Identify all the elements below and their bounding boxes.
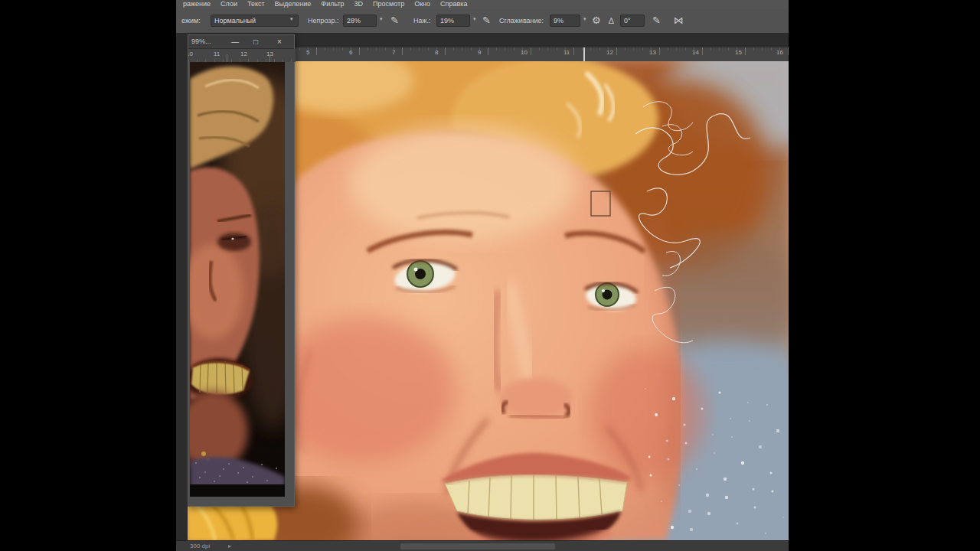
menu-item[interactable]: Справка	[440, 0, 467, 8]
chevron-down-icon[interactable]: ▾	[290, 16, 293, 22]
reference-window-titlebar[interactable]: 99%... — □ ×	[188, 35, 294, 49]
ruler-number: 11	[214, 51, 220, 57]
ruler-number: 11	[564, 49, 570, 56]
menu-bar: ражениеСлоиТекстВыделениеФильтр3DПросмот…	[176, 0, 789, 9]
ruler-number: 10	[188, 51, 193, 57]
smoothing-dropdown-icon[interactable]: ▾	[583, 16, 586, 22]
maximize-icon[interactable]: □	[249, 36, 263, 47]
flow-input[interactable]: 19%	[436, 15, 470, 27]
status-expander-icon[interactable]: ▸	[228, 543, 231, 549]
right-eye	[584, 282, 638, 313]
ruler-number: 13	[649, 49, 656, 56]
ruler-number: 6	[349, 49, 352, 56]
flow-dropdown-icon[interactable]: ▾	[473, 16, 476, 22]
close-icon[interactable]: ×	[273, 36, 286, 47]
reference-window-title: 99%...	[191, 37, 227, 45]
menu-item[interactable]: Текст	[247, 0, 265, 8]
pressure-opacity-icon[interactable]: ✎	[390, 14, 399, 28]
brush-angle-input[interactable]: 0°	[620, 15, 645, 27]
ruler-number: 7	[392, 49, 395, 56]
brush-angle-icon: ∆	[609, 14, 614, 28]
ruler-number: 9	[478, 49, 481, 56]
pressure-size-icon[interactable]: ✎	[652, 14, 661, 28]
minimize-icon[interactable]: —	[228, 36, 242, 47]
ruler-number: 14	[692, 49, 699, 56]
status-bar: 300 dpi ▸	[176, 540, 789, 551]
airbrush-icon[interactable]: ✎	[482, 14, 491, 28]
menu-item[interactable]: 3D	[354, 0, 364, 8]
ruler-number: 10	[521, 49, 528, 56]
brush-options-bar: ежим: Нормальный ▾ Непрозр.: 28% ▾ ✎ Наж…	[176, 9, 789, 34]
opacity-dropdown-icon[interactable]: ▾	[380, 16, 383, 22]
ruler-number: 12	[606, 49, 613, 56]
gear-icon[interactable]: ⚙	[592, 14, 601, 28]
ruler-cursor-marker	[583, 47, 585, 61]
reference-window-ruler: 10111213	[188, 49, 296, 62]
menu-item[interactable]: Слои	[220, 0, 237, 8]
left-eye	[393, 259, 458, 296]
reference-image-window[interactable]: 99%... — □ × 10111213	[188, 34, 295, 507]
horizontal-scrollbar-thumb[interactable]	[400, 543, 555, 549]
ruler-number: 15	[735, 49, 742, 56]
reference-photo-image	[190, 62, 285, 497]
letterboxed-stage: ражениеСлоиТекстВыделениеФильтр3DПросмот…	[0, 0, 980, 551]
ruler-number: 13	[266, 51, 273, 57]
smoothing-label: Сглаживание:	[499, 17, 544, 24]
menu-item[interactable]: Выделение	[275, 0, 312, 8]
menu-item[interactable]: Окно	[414, 0, 430, 8]
opacity-label: Непрозр.:	[308, 17, 338, 24]
mode-label: ежим:	[181, 17, 201, 24]
symmetry-icon[interactable]: ⋈	[674, 14, 684, 28]
ruler-number: 16	[776, 49, 783, 56]
menu-item[interactable]: Просмотр	[373, 0, 404, 8]
photoshop-window: ражениеСлоиТекстВыделениеФильтр3DПросмот…	[176, 0, 789, 551]
left-gutter	[176, 34, 188, 540]
blend-mode-select[interactable]: Нормальный	[211, 15, 299, 27]
opacity-input[interactable]: 28%	[343, 15, 377, 27]
ruler-number: 12	[240, 51, 247, 57]
smoothing-input[interactable]: 9%	[550, 15, 580, 27]
menu-item[interactable]: Фильтр	[321, 0, 344, 8]
photo-bottom-edge	[190, 484, 285, 497]
reference-window-frame	[285, 62, 294, 497]
flow-label: Наж.:	[413, 17, 431, 24]
status-info-text: 300 dpi	[190, 543, 210, 549]
ruler-number: 5	[306, 49, 309, 56]
ruler-number: 8	[435, 49, 438, 56]
reference-photo[interactable]	[190, 62, 285, 497]
menu-item[interactable]: ражение	[183, 0, 211, 8]
